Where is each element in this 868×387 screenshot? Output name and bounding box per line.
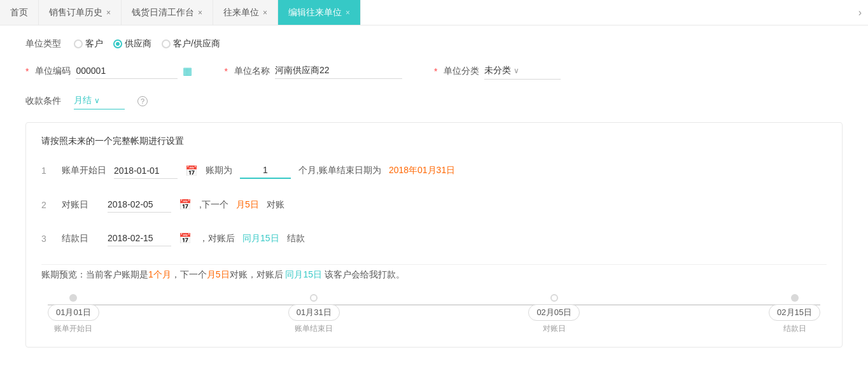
- point-desc-2: 对账日: [543, 323, 566, 334]
- radio-supplier[interactable]: 供应商: [113, 38, 151, 50]
- preview-text: 账期预览：当前客户账期是1个月，下一个月5日对账，对账后 同月15日 该客户会给…: [41, 267, 827, 281]
- payment-highlight: 同月15日: [242, 233, 279, 244]
- setting-row-3: 3 结款日 📅 ，对账后 同月15日 结款: [41, 230, 827, 246]
- timeline-points: 01月01日 账单开始日 01月31日 账单结束日 02月05日 对账日: [48, 294, 820, 334]
- timeline: 01月01日 账单开始日 01月31日 账单结束日 02月05日 对账日: [41, 294, 827, 334]
- unit-type-radio-group: 客户 供应商 客户/供应商: [74, 38, 220, 50]
- payment-date-input[interactable]: [108, 230, 171, 246]
- radio-supplier-label: 供应商: [125, 38, 151, 50]
- unit-name-label: 单位名称: [234, 66, 270, 77]
- unit-type-label: 单位类型: [25, 38, 61, 50]
- row-label-2: 对账日: [62, 199, 100, 211]
- unit-name-input[interactable]: [275, 63, 402, 79]
- preview-suffix: 该客户会给我打款。: [325, 269, 405, 279]
- unit-name-star: *: [224, 66, 227, 76]
- payment-term-select[interactable]: 月结 ∨: [74, 92, 125, 109]
- payment-term-value: 月结: [74, 95, 92, 106]
- row-num-1: 1: [41, 165, 54, 176]
- unit-type-row: 单位类型 客户 供应商 客户/供应商: [25, 38, 843, 50]
- unit-category-group: * 单位分类 未分类 ∨: [434, 62, 561, 80]
- timeline-point-1: 01月31日 账单结束日: [288, 294, 340, 334]
- main-content: 单位类型 客户 供应商 客户/供应商 * 单位编码 ▦ * 单位名称: [0, 25, 868, 387]
- unit-info-row: * 单位编码 ▦ * 单位名称 * 单位分类 未分类 ∨: [25, 62, 843, 80]
- row-label-1: 账单开始日: [62, 165, 106, 176]
- point-desc-1: 账单结束日: [295, 323, 333, 334]
- radio-supplier-circle: [113, 39, 122, 48]
- radio-customer[interactable]: 客户: [74, 38, 103, 50]
- reconcile-highlight: 月5日: [236, 199, 259, 211]
- tab-edit-counterparty[interactable]: 编辑往来单位 ×: [278, 0, 361, 25]
- unit-code-star: *: [25, 66, 29, 76]
- preview-seg2: 月5日: [207, 269, 230, 279]
- reconcile-date-input[interactable]: [108, 197, 171, 213]
- period-for-label: 账期为: [206, 165, 232, 176]
- tab-sales-history[interactable]: 销售订单历史 ×: [39, 0, 122, 25]
- point-label-2: 02月05日: [528, 304, 580, 321]
- payment-term-help[interactable]: ?: [137, 96, 148, 106]
- panel-separator: [41, 264, 827, 265]
- tab-counterparty-label: 往来单位: [223, 7, 259, 18]
- point-dot-1: [310, 294, 318, 302]
- tab-edit-counterparty-label: 编辑往来单位: [288, 7, 342, 18]
- period-unit-label: 个月,账单结束日期为: [298, 165, 381, 176]
- tab-home[interactable]: 首页: [0, 0, 39, 25]
- radio-both-circle: [162, 39, 171, 48]
- row-label-3: 结款日: [62, 233, 100, 244]
- payment-term-row: 收款条件 月结 ∨ ?: [25, 92, 843, 109]
- point-desc-0: 账单开始日: [54, 323, 92, 334]
- payment-suffix: 结款: [287, 233, 305, 244]
- preview-section: 账期预览：当前客户账期是1个月，下一个月5日对账，对账后 同月15日 该客户会给…: [41, 267, 827, 334]
- tab-cash-work[interactable]: 钱货日清工作台 ×: [122, 0, 213, 25]
- timeline-point-0: 01月01日 账单开始日: [48, 294, 99, 334]
- unit-code-group: * 单位编码 ▦: [25, 63, 192, 79]
- point-desc-3: 结款日: [783, 323, 806, 334]
- settings-panel: 请按照未来的一个完整帐期进行设置 1 账单开始日 📅 账期为 个月,账单结束日期…: [25, 122, 843, 348]
- tab-sales-history-close[interactable]: ×: [106, 8, 111, 17]
- radio-customer-circle: [74, 39, 83, 48]
- preview-seg1: 1个月: [148, 269, 171, 279]
- unit-category-chevron: ∨: [514, 66, 519, 75]
- preview-seg3: 同月15日: [285, 269, 322, 279]
- tab-cash-work-label: 钱货日清工作台: [132, 7, 194, 18]
- payment-date-calendar-icon[interactable]: 📅: [179, 232, 192, 244]
- unit-code-icon[interactable]: ▦: [183, 65, 192, 77]
- start-date-input[interactable]: [114, 163, 178, 179]
- point-dot-3: [791, 294, 799, 302]
- preview-prefix: 账期预览：当前客户账期是: [41, 269, 148, 279]
- reconcile-suffix: 对账: [267, 199, 284, 211]
- payment-term-chevron: ∨: [94, 96, 100, 105]
- period-input[interactable]: [240, 162, 291, 179]
- point-dot-0: [69, 294, 77, 302]
- tab-scroll-arrow[interactable]: ›: [852, 0, 868, 25]
- timeline-point-2: 02月05日 对账日: [528, 294, 580, 334]
- unit-category-select[interactable]: 未分类 ∨: [484, 62, 561, 80]
- panel-title: 请按照未来的一个完整帐期进行设置: [41, 136, 827, 147]
- radio-customer-label: 客户: [85, 38, 103, 50]
- payment-prefix: ，对账后: [199, 233, 235, 244]
- reconcile-date-calendar-icon[interactable]: 📅: [179, 199, 192, 211]
- point-label-1: 01月31日: [288, 304, 340, 321]
- start-date-calendar-icon[interactable]: 📅: [185, 165, 198, 177]
- preview-mid2: 对账，对账后: [230, 269, 283, 279]
- unit-name-group: * 单位名称: [224, 63, 402, 79]
- row-num-2: 2: [41, 200, 54, 210]
- unit-category-star: *: [434, 66, 437, 76]
- radio-both-label: 客户/供应商: [173, 38, 220, 50]
- period-end-date: 2018年01月31日: [389, 165, 455, 176]
- point-label-3: 02月15日: [769, 304, 820, 321]
- timeline-point-3: 02月15日 结款日: [769, 294, 820, 334]
- payment-term-label: 收款条件: [25, 95, 61, 107]
- tab-sales-history-label: 销售订单历史: [49, 7, 102, 18]
- setting-row-2: 2 对账日 📅 ,下一个 月5日 对账: [41, 197, 827, 213]
- radio-both[interactable]: 客户/供应商: [162, 38, 220, 50]
- row-num-3: 3: [41, 234, 54, 244]
- tab-bar: 首页 销售订单历史 × 钱货日清工作台 × 往来单位 × 编辑往来单位 × ›: [0, 0, 868, 25]
- unit-code-input[interactable]: [76, 63, 178, 79]
- tab-edit-counterparty-close[interactable]: ×: [346, 8, 350, 17]
- tab-cash-work-close[interactable]: ×: [198, 8, 202, 17]
- unit-category-value: 未分类: [484, 65, 511, 76]
- tab-counterparty-close[interactable]: ×: [263, 8, 267, 17]
- tab-counterparty[interactable]: 往来单位 ×: [213, 0, 278, 25]
- reconcile-prefix: ,下一个: [199, 199, 228, 211]
- point-label-0: 01月01日: [48, 304, 99, 321]
